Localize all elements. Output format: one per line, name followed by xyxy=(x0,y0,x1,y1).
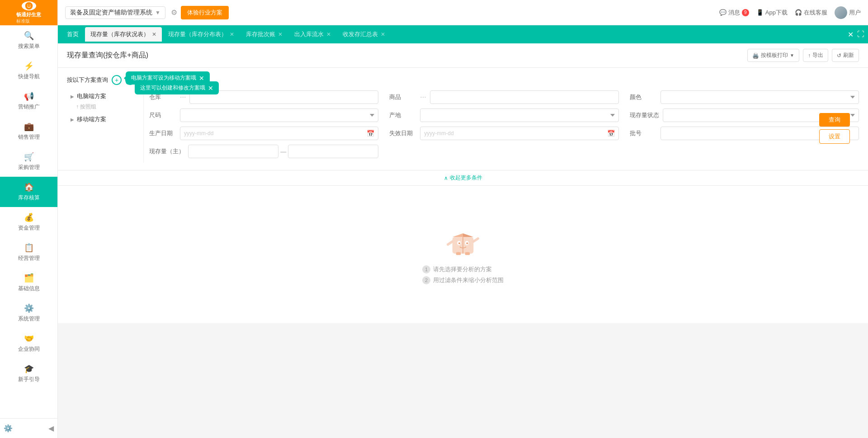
sidebar-item-purchase[interactable]: 🛒 采购管理 xyxy=(0,146,57,177)
maximize-icon[interactable]: ⛶ xyxy=(857,30,864,38)
stock-range-min[interactable] xyxy=(188,145,278,158)
settings-bottom-icon[interactable]: ⚙️ xyxy=(4,424,13,433)
search-buttons: 查询 设置 xyxy=(819,113,850,144)
hint-num-2: 2 xyxy=(422,276,430,284)
tab-stock-dist[interactable]: 现存量（库存分布表） ✕ xyxy=(163,27,240,42)
sidebar-item-inventory[interactable]: 🏠 库存核算 xyxy=(0,177,57,207)
sidebar-item-operations[interactable]: 📋 经营管理 xyxy=(0,237,57,268)
sidebar-item-search[interactable]: 🔍 搜索菜单 xyxy=(0,25,57,56)
produce-date-input[interactable]: yyyy-mm-dd 📅 xyxy=(180,127,378,140)
sidebar-item-finance[interactable]: 💰 资金管理 xyxy=(0,207,57,237)
search-btn[interactable]: 查询 xyxy=(819,113,850,127)
close-all-tabs-icon[interactable]: ✕ xyxy=(848,30,854,39)
sales-icon: 💼 xyxy=(24,122,34,132)
sidebar-item-label: 营销推广 xyxy=(18,103,40,111)
tab-stock-status-label: 现存量（库存状况表） xyxy=(90,30,149,38)
finance-icon: 💰 xyxy=(24,212,34,222)
sidebar-item-marketing[interactable]: 📢 营销推广 xyxy=(0,86,57,116)
tab-home[interactable]: 首页 xyxy=(61,27,84,42)
tab-stock-dist-close[interactable]: ✕ xyxy=(230,31,234,38)
expire-date-placeholder: yyyy-mm-dd xyxy=(424,130,453,137)
sidebar-item-label: 快捷导航 xyxy=(18,73,40,80)
tab-stock-status[interactable]: 现存量（库存状况表） ✕ xyxy=(85,27,162,42)
system-selector[interactable]: 装备及固定资产辅助管理系统 ▼ xyxy=(65,6,165,19)
filter-row-2: 尺码 产地 现存量状态 xyxy=(149,108,859,122)
print-icon: 🖨️ xyxy=(752,52,759,59)
message-label: 消息 xyxy=(728,9,740,17)
filter-add-btn[interactable]: + xyxy=(112,75,122,85)
scheme-item-mobile[interactable]: ▶ 移动端方案 xyxy=(67,113,138,125)
system-icon: ⚙️ xyxy=(24,303,34,313)
empty-hints: 1 请先选择要分析的方案 2 用过滤条件来缩小分析范围 xyxy=(422,265,504,287)
filter-fields-section: 仓库 ··· 商品 ··· 颜色 xyxy=(149,90,859,163)
avatar xyxy=(835,6,847,19)
topbar-title-area: 装备及固定资产辅助管理系统 ▼ ⚙ 体验行业方案 xyxy=(65,6,714,19)
tab-stock-status-close[interactable]: ✕ xyxy=(152,31,156,38)
tab-stock-summary-label: 收发存汇总表 xyxy=(343,30,378,38)
goods-input[interactable] xyxy=(430,90,619,104)
sidebar-item-guide[interactable]: 🎓 新手引导 xyxy=(0,358,57,389)
tabbar: 首页 现存量（库存状况表） ✕ 现存量（库存分布表） ✕ 库存批次账 ✕ 出入库… xyxy=(58,25,868,43)
page-title: 现存量查询(按仓库+商品) xyxy=(67,51,148,60)
message-btn[interactable]: 💬 消息 9 xyxy=(719,9,749,17)
experience-btn[interactable]: 体验行业方案 xyxy=(181,6,229,19)
user-area[interactable]: 用户 xyxy=(835,6,861,19)
main-content: 现存量查询(按仓库+商品) 🖨️ 按模板打印 ▼ ↑ 导出 ↺ 刷新 xyxy=(58,43,868,438)
sidebar: 畅通好生意 标准版 🔍 搜索菜单 ⚡ 快捷导航 📢 营销推广 💼 销售管理 🛒 … xyxy=(0,0,58,438)
sidebar-item-label: 销售管理 xyxy=(18,133,40,141)
collapse-bar[interactable]: ∧ 收起更多条件 xyxy=(58,170,868,186)
size-select[interactable] xyxy=(180,108,378,122)
tooltip-create-close[interactable]: ✕ xyxy=(208,85,213,92)
reset-btn[interactable]: 设置 xyxy=(819,129,850,144)
avatar-image xyxy=(835,6,847,19)
goods-label: 商品 xyxy=(389,93,416,101)
color-label: 颜色 xyxy=(630,93,657,101)
expire-date-input[interactable]: yyyy-mm-dd 📅 xyxy=(420,127,618,140)
filter-area: 按以下方案查询 + ✎ ◀◀ 电脑方案可设为移动方案哦 ✕ 这里可以创建和修改方… xyxy=(58,68,868,170)
empty-illustration xyxy=(445,222,481,258)
tooltip-desktop-close[interactable]: ✕ xyxy=(199,75,204,82)
template-print-btn[interactable]: 🖨️ 按模板打印 ▼ xyxy=(747,49,799,62)
collapse-sidebar-icon[interactable]: ◀ xyxy=(48,424,54,433)
online-service-btn[interactable]: 🎧 在线客服 xyxy=(795,9,827,17)
hint-num-1: 1 xyxy=(422,265,430,273)
filter-row-3: 生产日期 yyyy-mm-dd 📅 失效日期 yyyy-mm-dd 📅 xyxy=(149,127,859,140)
page-header: 现存量查询(按仓库+商品) 🖨️ 按模板打印 ▼ ↑ 导出 ↺ 刷新 xyxy=(58,43,868,68)
page-actions: 🖨️ 按模板打印 ▼ ↑ 导出 ↺ 刷新 xyxy=(747,49,859,62)
tab-stock-summary[interactable]: 收发存汇总表 ✕ xyxy=(337,27,391,42)
tab-stock-inout-close[interactable]: ✕ xyxy=(326,31,331,38)
app-download-btn[interactable]: 📱 App下载 xyxy=(756,9,788,17)
sidebar-item-sales[interactable]: 💼 销售管理 xyxy=(0,116,57,146)
svg-rect-10 xyxy=(465,252,470,255)
filter-size: 尺码 xyxy=(149,108,378,122)
marketing-icon: 📢 xyxy=(24,91,34,101)
sidebar-item-basic[interactable]: 🗂️ 基础信息 xyxy=(0,268,57,298)
origin-select[interactable] xyxy=(420,108,618,122)
refresh-btn[interactable]: ↺ 刷新 xyxy=(832,49,859,62)
sidebar-item-system[interactable]: ⚙️ 系统管理 xyxy=(0,298,57,328)
tab-stock-batch[interactable]: 库存批次账 ✕ xyxy=(241,27,288,42)
stock-range-max[interactable] xyxy=(288,145,378,158)
sidebar-item-label: 系统管理 xyxy=(18,315,40,323)
tab-stock-summary-close[interactable]: ✕ xyxy=(381,31,385,38)
sidebar-item-label: 基础信息 xyxy=(18,285,40,292)
export-btn[interactable]: ↑ 导出 xyxy=(803,49,828,62)
color-select[interactable] xyxy=(660,90,859,104)
tab-stock-inout[interactable]: 出入库流水 ✕ xyxy=(289,27,336,42)
filter-goods: 商品 ··· xyxy=(389,90,618,104)
goods-dots[interactable]: ··· xyxy=(420,93,426,101)
sidebar-bottom: ⚙️ ◀ xyxy=(0,418,57,438)
sidebar-item-label: 资金管理 xyxy=(18,224,40,232)
tab-stock-batch-close[interactable]: ✕ xyxy=(278,31,283,38)
scheme-expand-icon: ▶ xyxy=(71,94,74,99)
filter-main-section: ▶ 电脑端方案 ↑ 按照组 ▶ 移动端方案 xyxy=(67,90,859,163)
sidebar-item-enterprise[interactable]: 🤝 企业协同 xyxy=(0,328,57,358)
hint-text-1: 请先选择要分析的方案 xyxy=(433,265,492,273)
scheme-item-desktop[interactable]: ▶ 电脑端方案 xyxy=(67,90,138,102)
sidebar-item-quicknav[interactable]: ⚡ 快捷导航 xyxy=(0,56,57,86)
filter-produce-date: 生产日期 yyyy-mm-dd 📅 xyxy=(149,127,378,140)
topbar-settings-icon[interactable]: ⚙ xyxy=(171,8,177,17)
tabbar-right: ✕ ⛶ xyxy=(848,30,864,39)
topbar-right: 💬 消息 9 📱 App下载 🎧 在线客服 用户 xyxy=(719,6,861,19)
sidebar-item-label: 企业协同 xyxy=(18,345,40,353)
